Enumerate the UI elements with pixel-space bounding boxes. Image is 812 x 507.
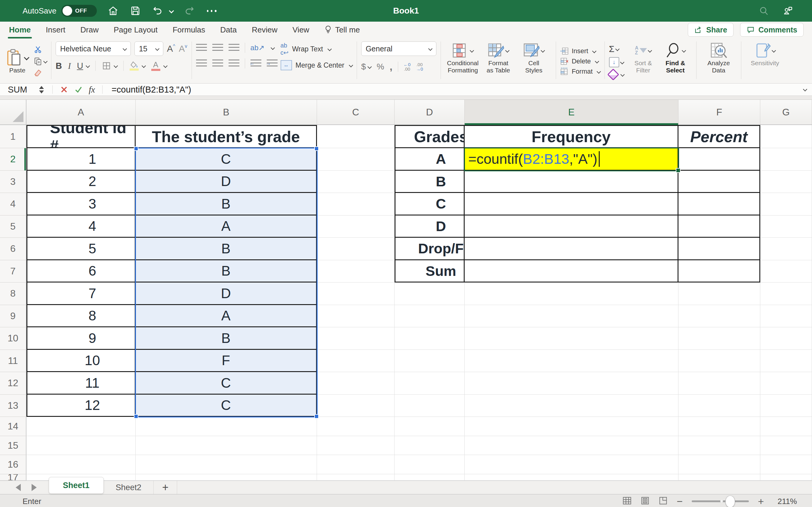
- select-all-corner[interactable]: [0, 100, 27, 124]
- cell-G16[interactable]: [760, 455, 812, 474]
- orientation-menu-icon[interactable]: [271, 46, 275, 50]
- sort-filter-button[interactable]: AZ Sort &Filter: [628, 40, 659, 82]
- paste-button[interactable]: Paste: [6, 49, 29, 74]
- cell-styles-menu-icon[interactable]: [541, 48, 545, 53]
- cell-A12[interactable]: 11: [27, 372, 136, 395]
- cell-A11[interactable]: 10: [27, 350, 136, 372]
- decrease-decimal-button[interactable]: .00→0: [416, 62, 423, 71]
- row-header-9[interactable]: 9: [0, 305, 27, 328]
- row-header-1[interactable]: 1: [0, 125, 27, 148]
- cell-A1[interactable]: Student id #: [27, 125, 136, 148]
- find-select-menu-icon[interactable]: [682, 48, 686, 53]
- page-break-view-icon[interactable]: [659, 497, 668, 506]
- ribbon-tab-data[interactable]: Data: [219, 23, 237, 36]
- cell-D14[interactable]: [395, 417, 465, 436]
- orientation-icon[interactable]: ab↗: [251, 44, 265, 52]
- paste-menu-icon[interactable]: [24, 55, 29, 60]
- cell-D12[interactable]: [395, 372, 465, 395]
- sort-filter-menu-icon[interactable]: [648, 48, 652, 53]
- cell-C11[interactable]: [317, 350, 395, 372]
- align-center-icon[interactable]: [212, 59, 223, 67]
- cell-B16[interactable]: [136, 455, 317, 474]
- merge-center-button[interactable]: ↔ Merge & Center: [281, 58, 352, 72]
- font-color-button[interactable]: A: [151, 61, 160, 71]
- analyze-data-button[interactable]: AnalyzeData: [701, 40, 737, 82]
- sheet-tab-sheet2[interactable]: Sheet2: [104, 481, 154, 494]
- cell-G7[interactable]: [760, 260, 812, 283]
- formula-input[interactable]: =countif(B2:B13,"A"): [112, 85, 812, 95]
- conditional-formatting-button[interactable]: ConditionalFormatting: [445, 40, 480, 82]
- column-header-A[interactable]: A: [27, 100, 136, 124]
- conditional-formatting-menu-icon[interactable]: [470, 48, 474, 53]
- cell-A9[interactable]: 8: [27, 305, 136, 328]
- sensitivity-button[interactable]: Sensitivity: [746, 40, 784, 82]
- merge-center-menu-icon[interactable]: [349, 63, 353, 67]
- zoom-slider-handle[interactable]: [725, 496, 735, 507]
- row-header-13[interactable]: 13: [0, 395, 27, 417]
- fill-menu-icon[interactable]: [620, 60, 624, 64]
- cell-F15[interactable]: [678, 436, 760, 455]
- cell-D8[interactable]: [395, 282, 465, 305]
- cell-A4[interactable]: 3: [27, 193, 136, 216]
- row-header-14[interactable]: 14: [0, 417, 27, 436]
- cell-A14[interactable]: [27, 417, 136, 436]
- comments-button[interactable]: Comments: [740, 23, 804, 37]
- row-header-10[interactable]: 10: [0, 327, 27, 350]
- cell-F16[interactable]: [678, 455, 760, 474]
- comma-button[interactable]: ,: [390, 61, 392, 72]
- cell-F1[interactable]: Percent: [678, 125, 760, 148]
- cell-G5[interactable]: [760, 216, 812, 238]
- cell-F17[interactable]: [678, 474, 760, 481]
- cell-B8[interactable]: D: [136, 282, 317, 305]
- align-bottom-icon[interactable]: [229, 44, 239, 52]
- row-header-16[interactable]: 16: [0, 455, 27, 474]
- autosum-button[interactable]: Σ: [609, 44, 624, 54]
- column-header-C[interactable]: C: [317, 100, 395, 124]
- cell-A8[interactable]: 7: [27, 282, 136, 305]
- cell-F6[interactable]: [678, 238, 760, 260]
- ribbon-tab-tell-me[interactable]: Tell me: [323, 23, 360, 36]
- cell-C15[interactable]: [317, 436, 395, 455]
- cell-D4[interactable]: C: [395, 193, 465, 216]
- wrap-text-menu-icon[interactable]: [327, 47, 332, 51]
- cell-E2[interactable]: =countif(B2:B13,"A"): [465, 148, 678, 171]
- sensitivity-menu-icon[interactable]: [772, 48, 776, 53]
- cell-E15[interactable]: [465, 436, 678, 455]
- cell-D13[interactable]: [395, 395, 465, 417]
- cell-B13[interactable]: C: [136, 395, 317, 417]
- ribbon-tab-page-layout[interactable]: Page Layout: [113, 23, 158, 36]
- cell-D7[interactable]: Sum: [395, 260, 465, 283]
- page-layout-view-icon[interactable]: [641, 497, 650, 506]
- cell-D9[interactable]: [395, 305, 465, 328]
- search-icon[interactable]: [758, 5, 770, 17]
- delete-menu-icon[interactable]: [595, 59, 599, 63]
- zoom-out-button[interactable]: −: [677, 496, 683, 507]
- column-header-F[interactable]: F: [678, 100, 760, 124]
- cell-G11[interactable]: [760, 350, 812, 372]
- format-as-table-menu-icon[interactable]: [505, 48, 509, 53]
- cell-G4[interactable]: [760, 193, 812, 216]
- cell-C2[interactable]: [317, 148, 395, 171]
- currency-menu-icon[interactable]: [367, 64, 372, 68]
- cell-B7[interactable]: B: [136, 260, 317, 283]
- increase-indent-icon[interactable]: [267, 59, 277, 67]
- cell-D6[interactable]: Drop/F: [395, 238, 465, 260]
- underline-menu-icon[interactable]: [86, 64, 90, 68]
- wrap-text-button[interactable]: abc↩ Wrap Text: [281, 42, 352, 56]
- cell-E10[interactable]: [465, 327, 678, 350]
- cell-D16[interactable]: [395, 455, 465, 474]
- autosum-menu-icon[interactable]: [615, 47, 619, 51]
- cell-E14[interactable]: [465, 417, 678, 436]
- cell-B1[interactable]: The student’s grade: [136, 125, 317, 148]
- fill-color-button[interactable]: [130, 61, 139, 71]
- cell-A6[interactable]: 5: [27, 238, 136, 260]
- cell-C4[interactable]: [317, 193, 395, 216]
- cell-B15[interactable]: [136, 436, 317, 455]
- font-size-select[interactable]: 15: [135, 42, 163, 56]
- cell-E17[interactable]: [465, 474, 678, 481]
- cell-E5[interactable]: [465, 216, 678, 238]
- cell-E9[interactable]: [465, 305, 678, 328]
- cell-A2[interactable]: 1: [27, 148, 136, 171]
- cell-G3[interactable]: [760, 171, 812, 193]
- cell-C16[interactable]: [317, 455, 395, 474]
